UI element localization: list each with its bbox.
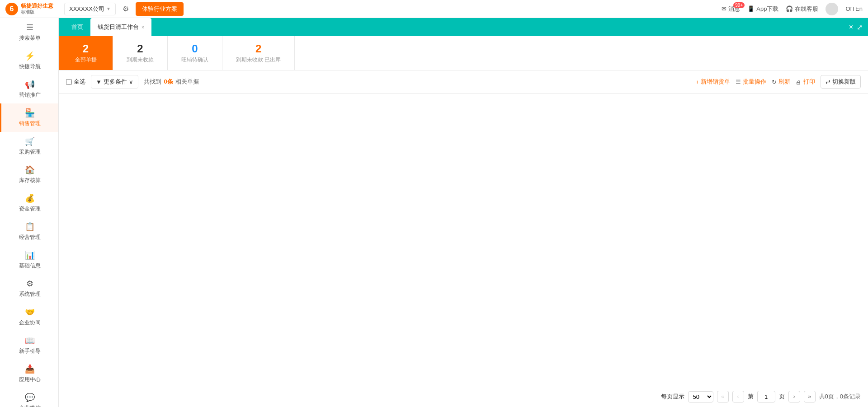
sidebar-label-operations: 经营管理 xyxy=(19,234,41,241)
per-page-label: 每页显示 xyxy=(661,393,684,401)
last-page-button[interactable]: » xyxy=(804,391,816,402)
trial-button[interactable]: 体验行业方案 xyxy=(136,2,184,16)
pagination: 每页显示 50 100 200 « ‹ 第 页 › » 共0页，0条记录 xyxy=(59,386,868,407)
app-logo-icon: 6 xyxy=(5,3,18,15)
batch-icon: ☰ xyxy=(736,79,741,85)
select-all-input[interactable] xyxy=(66,79,72,85)
sidebar-item-system[interactable]: ⚙ 系统管理 xyxy=(0,274,58,303)
print-icon: 🖨 xyxy=(796,79,802,85)
user-name: OfTEn xyxy=(845,5,863,12)
sidebar-item-operations[interactable]: 📋 经营管理 xyxy=(0,217,58,246)
sidebar-item-base-info[interactable]: 📊 基础信息 xyxy=(0,246,58,274)
filter-arrow: ∨ xyxy=(129,79,133,85)
filter-button[interactable]: ▼ 更多条件 ∨ xyxy=(91,75,138,89)
page-suffix-label: 页 xyxy=(779,393,785,401)
prev-page-button[interactable]: ‹ xyxy=(732,391,744,402)
tab-bar: 首页 钱货日清工作台 × × ⤢ xyxy=(59,18,868,36)
header-right: ✉ 消息 99+ 📱 App下载 🎧 在线客服 OfTEn xyxy=(722,3,863,15)
search-menu-icon: ☰ xyxy=(26,23,33,33)
sidebar-item-guide[interactable]: 📖 新手引导 xyxy=(0,331,58,360)
online-service-button[interactable]: 🎧 在线客服 xyxy=(786,5,818,13)
content-area: 2 全部单据 2 到期未收款 0 旺辅待确认 2 到期未收款 已出库 xyxy=(59,36,868,407)
sidebar-label-guide: 新手引导 xyxy=(19,347,41,355)
add-label: 新增销货单 xyxy=(701,78,730,86)
logo-area: 6 畅捷通好生意 标准版 xyxy=(5,3,64,15)
online-service-label: 在线客服 xyxy=(795,5,818,13)
system-icon: ⚙ xyxy=(26,279,33,289)
sidebar-item-inventory[interactable]: 🏠 库存核算 xyxy=(0,160,58,189)
sidebar-label-base-info: 基础信息 xyxy=(19,262,41,270)
tab-close-icon[interactable]: × xyxy=(142,25,144,30)
sidebar-item-purchase[interactable]: 🛒 采购管理 xyxy=(0,132,58,160)
stat-card-wangwang[interactable]: 0 旺辅待确认 xyxy=(168,36,222,70)
sidebar-label-purchase: 采购管理 xyxy=(19,148,41,156)
sidebar-item-finance[interactable]: 💰 资金管理 xyxy=(0,189,58,217)
corp-icon: 🤝 xyxy=(25,307,35,317)
sidebar-item-sales[interactable]: 🏪 销售管理 xyxy=(0,103,58,132)
next-page-button[interactable]: › xyxy=(788,391,800,402)
app-name: 畅捷通好生意 xyxy=(21,3,53,9)
sidebar-item-wechat[interactable]: 💬 企业微信 xyxy=(0,388,58,407)
download-icon: 📱 xyxy=(747,5,755,12)
company-selector[interactable]: XXXXXX公司 ▼ xyxy=(64,3,116,15)
app-download-label: App下载 xyxy=(756,5,778,13)
stats-bar: 2 全部单据 2 到期未收款 0 旺辅待确认 2 到期未收款 已出库 xyxy=(59,36,868,70)
stat-num-overdue: 2 xyxy=(137,42,143,55)
sidebar-label-wechat: 企业微信 xyxy=(19,404,41,407)
tab-minimize-button[interactable]: × xyxy=(849,23,853,32)
company-dropdown-arrow: ▼ xyxy=(106,6,111,11)
app-download-button[interactable]: 📱 App下载 xyxy=(747,5,778,13)
switch-version-button[interactable]: ⇄ 切换新版 xyxy=(821,75,861,89)
stat-card-overdue-out[interactable]: 2 到期未收款 已出库 xyxy=(222,36,295,70)
toolbar-right: + 新增销货单 ☰ 批量操作 ↻ 刷新 🖨 打印 xyxy=(695,75,861,89)
settings-button[interactable]: ⚙ xyxy=(119,3,132,15)
batch-operation-button[interactable]: ☰ 批量操作 xyxy=(736,78,766,86)
stat-card-all[interactable]: 2 全部单据 xyxy=(59,36,113,70)
select-all-checkbox[interactable]: 全选 xyxy=(66,78,85,86)
marketing-icon: 📢 xyxy=(25,80,35,89)
page-number-input[interactable] xyxy=(757,391,775,402)
add-sale-order-button[interactable]: + 新增销货单 xyxy=(695,78,730,86)
page-prefix-label: 第 xyxy=(748,393,754,401)
message-button[interactable]: ✉ 消息 99+ xyxy=(722,5,740,13)
print-label: 打印 xyxy=(803,78,815,86)
logo-text-area: 畅捷通好生意 标准版 xyxy=(21,3,53,14)
tab-expand-area: × ⤢ xyxy=(849,23,863,32)
operations-icon: 📋 xyxy=(25,222,35,232)
tab-workbench[interactable]: 钱货日清工作台 × xyxy=(90,18,151,36)
print-button[interactable]: 🖨 打印 xyxy=(796,78,815,86)
inventory-icon: 🏠 xyxy=(25,165,35,175)
first-page-button[interactable]: « xyxy=(717,391,729,402)
tab-home[interactable]: 首页 xyxy=(64,18,90,36)
main-layout: ☰ 搜索菜单 ⚡ 快捷导航 📢 营销推广 🏪 销售管理 🛒 采购管理 🏠 库存核… xyxy=(0,18,868,407)
stat-num-all: 2 xyxy=(83,42,89,55)
add-icon: + xyxy=(695,79,699,85)
sidebar-label-app-center: 应用中心 xyxy=(19,376,41,384)
sidebar-item-app-center[interactable]: 📥 应用中心 xyxy=(0,360,58,388)
found-count: 0条 xyxy=(164,78,173,85)
stat-card-overdue[interactable]: 2 到期未收款 xyxy=(113,36,168,70)
stat-label-all: 全部单据 xyxy=(75,56,97,64)
sidebar-label-finance: 资金管理 xyxy=(19,205,41,213)
refresh-icon: ↻ xyxy=(772,79,777,85)
refresh-button[interactable]: ↻ 刷新 xyxy=(772,78,790,86)
quick-nav-icon: ⚡ xyxy=(25,51,35,61)
sidebar-item-marketing[interactable]: 📢 营销推广 xyxy=(0,75,58,103)
stat-label-overdue-out: 到期未收款 已出库 xyxy=(236,56,281,64)
sidebar: ☰ 搜索菜单 ⚡ 快捷导航 📢 营销推广 🏪 销售管理 🛒 采购管理 🏠 库存核… xyxy=(0,18,59,407)
sidebar-label-quick-nav: 快捷导航 xyxy=(19,63,41,70)
sidebar-label-system: 系统管理 xyxy=(19,290,41,298)
sidebar-item-corp[interactable]: 🤝 企业协同 xyxy=(0,303,58,331)
per-page-select[interactable]: 50 100 200 xyxy=(688,391,713,402)
stat-label-wangwang: 旺辅待确认 xyxy=(181,56,208,64)
sidebar-item-search-menu[interactable]: ☰ 搜索菜单 xyxy=(0,18,58,47)
avatar[interactable] xyxy=(826,3,838,15)
message-icon: ✉ xyxy=(722,5,726,12)
finance-icon: 💰 xyxy=(25,193,35,203)
purchase-icon: 🛒 xyxy=(25,136,35,146)
main-content: 首页 钱货日清工作台 × × ⤢ 2 全部单据 2 到期未收款 xyxy=(59,18,868,407)
company-name: XXXXXX公司 xyxy=(69,5,104,13)
refresh-label: 刷新 xyxy=(778,78,790,86)
tab-expand-button[interactable]: ⤢ xyxy=(857,23,863,32)
sidebar-item-quick-nav[interactable]: ⚡ 快捷导航 xyxy=(0,47,58,75)
